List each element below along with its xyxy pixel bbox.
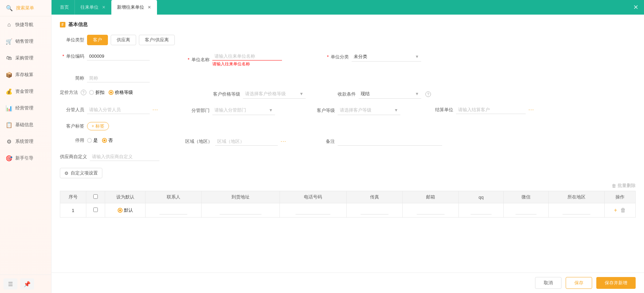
sidebar-item-basic[interactable]: 📋 基础信息	[0, 116, 51, 133]
sidebar-item-shortcut[interactable]: ⌂ 快捷导航	[0, 16, 51, 33]
unit-category-select[interactable]: 未分类 ▼	[352, 52, 421, 62]
radio-disabled-no-circle	[102, 138, 107, 143]
row-default-radio[interactable]: 默认	[109, 207, 142, 213]
footer: 取消 保存 保存并新增	[52, 272, 644, 293]
sidebar-item-system[interactable]: ⚙ 系统管理	[0, 133, 51, 150]
row-region-input[interactable]	[563, 206, 590, 214]
radio-disabled-yes-circle	[87, 138, 92, 143]
radio-disabled-yes[interactable]: 是	[87, 137, 98, 144]
section-header: F 基本信息	[60, 22, 636, 28]
supplier-custom-label: 供应商自定义	[60, 154, 87, 160]
table-header-row: 序号 设为默认 联系人 到货地址 电话号码 传真 邮箱 qq 微信 所在地区	[60, 191, 636, 203]
sidebar-collapse-btn[interactable]: ☰	[3, 278, 17, 290]
sidebar-item-operations[interactable]: 📊 经营管理	[0, 100, 51, 116]
row-add-icon[interactable]: +	[614, 207, 617, 213]
sidebar-item-finance[interactable]: 💰 资金管理	[0, 83, 51, 100]
region-more-icon[interactable]: ···	[281, 138, 286, 145]
row-default-radio-circle	[118, 208, 123, 213]
region-input[interactable]	[215, 137, 278, 146]
manager-more-icon[interactable]: ···	[152, 107, 158, 113]
unit-type-group: 客户 供应离 客户/供应离	[87, 35, 175, 45]
unit-btn-both[interactable]: 客户/供应离	[139, 35, 175, 45]
remark-input[interactable]	[338, 137, 442, 146]
tab-new-partner[interactable]: 新增往来单位 ✕	[111, 0, 157, 15]
tab-home[interactable]: 首页	[54, 0, 75, 15]
row-checkbox[interactable]	[93, 207, 98, 212]
tab-partners-close[interactable]: ✕	[102, 5, 105, 10]
contact-input[interactable]	[159, 206, 187, 214]
department-placeholder: 请输入分管部门	[214, 107, 267, 113]
short-name-input[interactable]	[87, 74, 150, 82]
customer-level-select[interactable]: 请选择客户等级 ▼	[338, 106, 400, 115]
radio-discount-circle	[89, 90, 94, 95]
row-delete-icon[interactable]: 🗑	[620, 207, 626, 213]
address-input[interactable]	[220, 206, 261, 214]
unit-btn-supplier[interactable]: 供应离	[111, 35, 136, 45]
guide-icon: 🎯	[6, 155, 13, 162]
batch-delete-button[interactable]: 🗑 批量删除	[612, 182, 636, 189]
email-input[interactable]	[417, 206, 445, 214]
unit-type-field: 单位类型 客户 供应离 客户/供应离	[60, 35, 636, 45]
th-wechat: 微信	[503, 191, 548, 203]
phone-input[interactable]	[296, 206, 330, 214]
customer-price-level-select[interactable]: 请选择客户价格等级 ▼	[243, 89, 306, 99]
unit-btn-customer[interactable]: 客户	[87, 35, 108, 45]
close-all-button[interactable]: ✕	[630, 3, 641, 11]
cancel-button[interactable]: 取消	[535, 277, 561, 289]
sidebar-item-inventory[interactable]: 📦 库存核算	[0, 66, 51, 83]
unit-type-row: 单位类型 客户 供应离 客户/供应离	[60, 35, 636, 45]
tab-partners[interactable]: 往来单位 ✕	[75, 0, 111, 15]
payment-terms-select[interactable]: 现结 ▼	[359, 89, 421, 99]
header-checkbox[interactable]	[93, 194, 98, 199]
settlement-unit-field: 结算单位 ···	[429, 106, 636, 114]
gear-icon: ⚙	[64, 171, 69, 176]
radio-price-level[interactable]: 价格等级	[109, 89, 133, 96]
unit-code-field: * 单位编码	[60, 52, 178, 60]
tab-new-partner-close[interactable]: ✕	[148, 5, 151, 10]
qq-input[interactable]	[471, 206, 492, 214]
manager-label: 分管人员	[60, 107, 84, 113]
sidebar-item-guide[interactable]: 🎯 新手引导	[0, 150, 51, 166]
pricing-help-icon[interactable]: ?	[81, 90, 86, 95]
radio-disabled-no[interactable]: 否	[102, 137, 113, 144]
table-actions: 🗑 批量删除	[60, 182, 636, 189]
sidebar-pin-btn[interactable]: 📌	[20, 278, 34, 290]
cell-checkbox	[86, 203, 105, 218]
save-button[interactable]: 保存	[566, 277, 592, 289]
manager-row: 分管人员 ··· 分管部门 请输入分管部门 ▼ 客户等级 请选择客户等级 ▼	[60, 106, 636, 115]
region-label: 区域（地区）	[185, 138, 212, 145]
department-select[interactable]: 请输入分管部门 ▼	[212, 106, 275, 115]
sidebar-item-search[interactable]: 🔍 搜索菜单	[0, 0, 51, 16]
chevron-down-icon-2: ▼	[299, 91, 304, 96]
supplier-custom-input[interactable]	[90, 153, 159, 161]
sidebar-item-purchase[interactable]: 🛍 采购管理	[0, 50, 51, 66]
pricing-row: 定价方法 ? 折扣 价格等级 客户价格等级	[60, 89, 636, 99]
sidebar-item-sales[interactable]: 🛒 销售管理	[0, 33, 51, 50]
operations-icon: 📊	[6, 105, 13, 112]
chevron-down-icon: ▼	[415, 54, 419, 59]
customer-tag-field: 客户标签 + 标签	[60, 122, 636, 130]
delete-icon: 🗑	[612, 183, 616, 188]
tabs-bar: 首页 往来单位 ✕ 新增往来单位 ✕ ✕	[52, 0, 644, 15]
payment-terms-label: 收款条件	[331, 91, 356, 97]
save-new-button[interactable]: 保存并新增	[596, 277, 636, 289]
th-checkbox	[86, 191, 105, 203]
unit-name-error: 请输入往来单位名称	[212, 61, 282, 67]
customer-level-field: 客户等级 请选择客户等级 ▼	[311, 106, 422, 115]
radio-discount[interactable]: 折扣	[89, 89, 104, 96]
fax-input[interactable]	[361, 206, 388, 214]
pricing-method-field: 定价方法 ? 折扣 价格等级	[60, 89, 206, 96]
payment-terms-help-icon[interactable]: ?	[425, 91, 431, 97]
supplier-custom-row: 供应商自定义	[60, 153, 636, 161]
disabled-label: 停用	[60, 137, 84, 144]
custom-settings-button[interactable]: ⚙ 自定义项设置	[60, 168, 102, 178]
settlement-unit-more-icon[interactable]: ···	[528, 107, 534, 113]
manager-input[interactable]	[87, 106, 150, 114]
settlement-unit-input[interactable]	[456, 106, 526, 114]
finance-icon: 💰	[6, 88, 13, 95]
unit-name-input[interactable]	[212, 52, 282, 60]
wechat-input[interactable]	[516, 206, 536, 214]
home-icon: ⌂	[6, 21, 13, 28]
tag-add-button[interactable]: + 标签	[87, 122, 109, 130]
unit-code-input[interactable]	[87, 52, 150, 60]
